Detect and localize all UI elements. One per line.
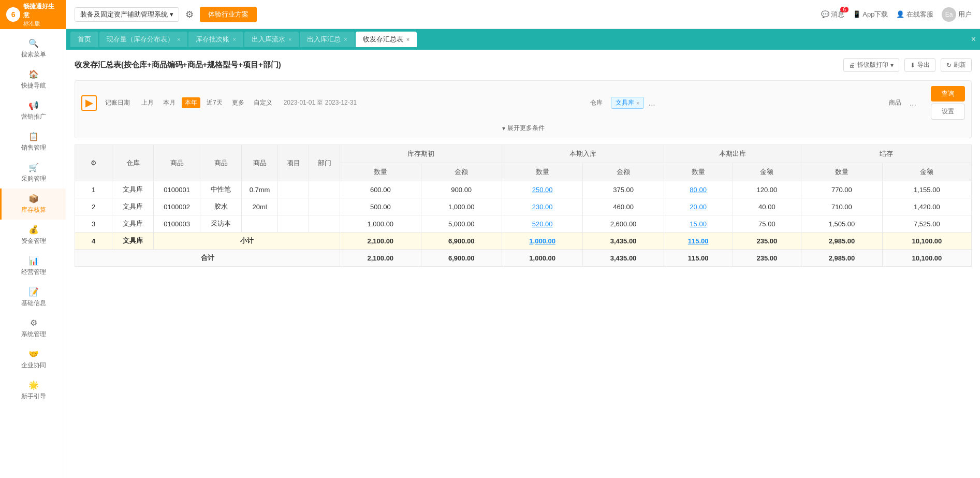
row-warehouse: 文具库 <box>112 181 154 198</box>
expand-filter-button[interactable]: ▾ 展开更多条件 <box>502 124 545 133</box>
sidebar-item-purchase[interactable]: 🛒采购管理 <box>0 157 66 189</box>
tab-label-flow: 出入库流水 <box>252 35 285 44</box>
sidebar-item-collab[interactable]: 🤝企业协同 <box>0 344 66 375</box>
filter-bar: ▶ 记账日期 上月本月本年近7天更多自定义 2023-01-01 至 2023-… <box>75 80 972 138</box>
topbar: 装备及固定资产辅助管理系统 ▾ ⚙ 体验行业方案 💬 消息 6 📱 App下载 … <box>66 0 980 29</box>
row-in-amt: 2,600.00 <box>583 215 664 233</box>
sidebar-item-label-search: 搜索菜单 <box>21 50 46 59</box>
row-in-qty[interactable]: 230.00 <box>502 198 582 215</box>
expand-icon: ▾ <box>502 125 505 132</box>
name-col-header: 商品 <box>200 145 242 181</box>
tab-close-summary[interactable]: × <box>344 36 347 42</box>
subtotal-out-qty[interactable]: 115.00 <box>664 233 733 250</box>
goods-more-icon[interactable]: ... <box>910 98 916 108</box>
row-in-qty[interactable]: 250.00 <box>502 181 582 198</box>
row-warehouse: 文具库 <box>112 198 154 215</box>
sidebar-item-label-guide: 新手引导 <box>21 392 46 401</box>
date-option-btn[interactable]: 本月 <box>160 97 179 108</box>
sidebar-item-search[interactable]: 🔍搜索菜单 <box>0 33 66 64</box>
row-spec <box>242 215 278 233</box>
warehouse-col-header: 仓库 <box>112 145 154 181</box>
sidebar-item-inventory[interactable]: 📦库存核算 <box>0 189 66 220</box>
tab-inventory[interactable]: 现存量（库存分布表）× <box>99 32 187 47</box>
total-in-amt: 3,435.00 <box>583 250 664 267</box>
row-code: 0100003 <box>154 215 200 233</box>
sidebar-item-label-purchase: 采购管理 <box>21 175 46 183</box>
row-out-amt: 75.00 <box>733 215 801 233</box>
sidebar-item-label-sales: 销售管理 <box>21 143 46 152</box>
sidebar-item-sales[interactable]: 📋销售管理 <box>0 126 66 157</box>
sidebar-item-base[interactable]: 📝基础信息 <box>0 282 66 313</box>
phone-icon: 📱 <box>853 10 861 18</box>
date-option-btn[interactable]: 自定义 <box>251 97 275 108</box>
row-out-qty[interactable]: 80.00 <box>664 181 733 198</box>
row-out-amt: 40.00 <box>733 198 801 215</box>
app-download-button[interactable]: 📱 App下载 <box>853 10 888 19</box>
marketing-icon: 📢 <box>28 100 39 110</box>
logo-icon: 6 <box>6 7 20 22</box>
filter-arrow-icon[interactable]: ▶ <box>81 95 97 111</box>
warehouse-more-icon[interactable]: ... <box>648 98 655 108</box>
sidebar-item-quicknav[interactable]: 🏠快捷导航 <box>0 64 66 95</box>
inventory-icon: 📦 <box>28 194 39 204</box>
row-init-amt: 900.00 <box>421 181 502 198</box>
topbar-right: 💬 消息 6 📱 App下载 👤 在线客服 Ea 用户 <box>821 7 972 22</box>
row-out-amt: 120.00 <box>733 181 801 198</box>
export-icon: ⬇ <box>910 62 915 69</box>
subtotal-in-qty[interactable]: 1,000.00 <box>502 233 582 250</box>
row-name: 中性笔 <box>200 181 242 198</box>
tab-recv-summary[interactable]: 收发存汇总表× <box>356 32 417 47</box>
tab-close-inventory[interactable]: × <box>177 36 180 42</box>
row-name: 胶水 <box>200 198 242 215</box>
operation-icon: 📊 <box>28 256 39 266</box>
balance-header: 结存 <box>801 145 972 163</box>
base-icon: 📝 <box>28 287 39 297</box>
date-option-btn[interactable]: 本年 <box>182 97 200 108</box>
online-service-button[interactable]: 👤 在线客服 <box>896 10 933 19</box>
row-init-qty: 1,000.00 <box>340 215 421 233</box>
tab-flow[interactable]: 出入库流水× <box>244 32 299 47</box>
export-button[interactable]: ⬇ 导出 <box>904 58 935 72</box>
warehouse-filter: 文具库 × ... <box>611 97 655 109</box>
sidebar-item-system[interactable]: ⚙系统管理 <box>0 313 66 344</box>
tab-close-recv-summary[interactable]: × <box>406 36 409 42</box>
close-all-tabs-button[interactable]: × <box>971 35 976 44</box>
date-option-btn[interactable]: 上月 <box>138 97 157 108</box>
print-button[interactable]: 🖨 拆锁版打印 ▾ <box>843 58 899 72</box>
date-option-btn[interactable]: 近7天 <box>203 97 226 108</box>
goods-filter: ... <box>910 98 916 108</box>
sidebar-logo: 6 畅捷通好生意 标准版 <box>0 0 66 29</box>
settings-icon[interactable]: ⚙ <box>185 9 194 20</box>
tab-summary[interactable]: 出入库汇总× <box>300 32 354 47</box>
tab-batch[interactable]: 库存批次账× <box>188 32 243 47</box>
init-qty-header: 数量 <box>340 163 421 181</box>
refresh-button[interactable]: ↻ 刷新 <box>941 58 972 72</box>
warehouse-tag-close-icon[interactable]: × <box>636 100 639 106</box>
filter-settings-button[interactable]: 设置 <box>931 104 965 120</box>
user-menu-button[interactable]: Ea 用户 <box>942 7 972 22</box>
row-in-qty[interactable]: 520.00 <box>502 215 582 233</box>
total-init-qty: 2,100.00 <box>340 250 421 267</box>
tab-close-flow[interactable]: × <box>288 36 291 42</box>
trial-button[interactable]: 体验行业方案 <box>200 7 257 22</box>
system-dropdown[interactable]: 装备及固定资产辅助管理系统 ▾ <box>75 7 179 22</box>
settings-col-header[interactable]: ⚙ <box>75 145 112 181</box>
refresh-icon: ↻ <box>946 62 952 69</box>
tab-home[interactable]: 首页 <box>70 32 98 47</box>
subtotal-init-qty: 2,100.00 <box>340 233 421 250</box>
table-row: 1 文具库 0100001 中性笔 0.7mm 600.00 900.00 25… <box>75 181 972 198</box>
query-button[interactable]: 查询 <box>931 86 965 102</box>
sidebar-item-operation[interactable]: 📊经营管理 <box>0 251 66 282</box>
data-table-wrapper: ⚙ 仓库 商品 商品 商品 项目 部门 库存期初 本期入库 本期出库 结存 <box>75 144 972 267</box>
sidebar-item-finance[interactable]: 💰资金管理 <box>0 220 66 251</box>
row-out-qty[interactable]: 15.00 <box>664 215 733 233</box>
sidebar-item-guide[interactable]: 🌟新手引导 <box>0 375 66 406</box>
row-out-qty[interactable]: 20.00 <box>664 198 733 215</box>
sidebar-item-marketing[interactable]: 📢营销推广 <box>0 95 66 126</box>
tab-close-batch[interactable]: × <box>232 36 236 42</box>
date-option-btn[interactable]: 更多 <box>229 97 247 108</box>
filter-row-1: ▶ 记账日期 上月本月本年近7天更多自定义 2023-01-01 至 2023-… <box>81 86 965 120</box>
message-button[interactable]: 💬 消息 6 <box>821 10 845 19</box>
warehouse-filter-label: 仓库 <box>590 98 603 107</box>
warehouse-tag[interactable]: 文具库 × <box>611 97 644 109</box>
